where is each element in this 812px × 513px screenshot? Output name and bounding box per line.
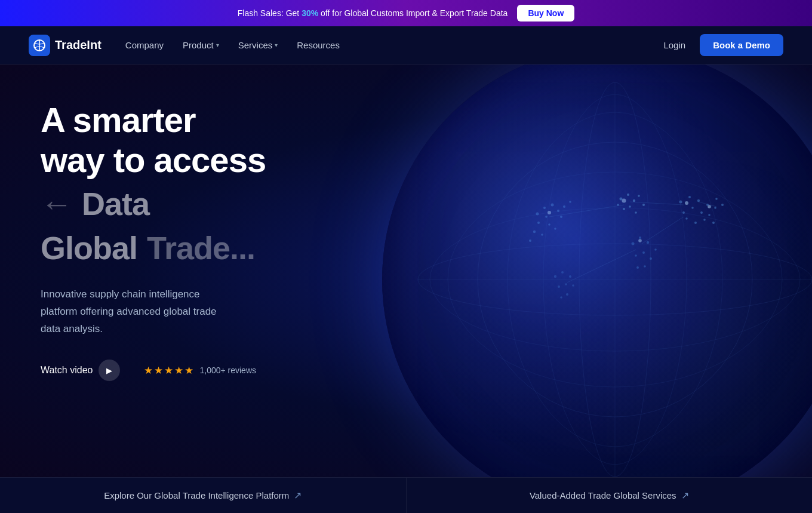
flash-text: Flash Sales: Get 30% off for Global Cust… [238,8,508,18]
star-2: ★ [154,364,163,377]
logo-icon [29,35,50,56]
globe [382,64,812,477]
animated-word-global: Global [41,229,137,266]
arrow-icon-1: ↗ [294,490,302,501]
hero-actions: Watch video ▶ ★ ★ ★ ★ ★ 1,000+ reviews [41,360,266,381]
nav-item-resources[interactable]: Resources [297,40,340,50]
bottom-item-explore[interactable]: Explore Our Global Trade Intelligence Pl… [0,478,407,513]
login-button[interactable]: Login [663,40,685,50]
arrow-icon-2: ↗ [681,490,689,501]
nav-item-company[interactable]: Company [125,40,164,50]
animated-word-trade: Trade... [147,229,255,266]
hero-content: A smarter way to access ← Data Global Tr… [41,100,266,381]
star-1: ★ [144,364,153,377]
logo[interactable]: TradeInt [29,35,102,56]
chevron-down-icon: ▾ [216,42,219,48]
book-demo-button[interactable]: Book a Demo [700,34,783,56]
hero-section: A smarter way to access ← Data Global Tr… [0,64,812,477]
flash-banner: Flash Sales: Get 30% off for Global Cust… [0,0,812,26]
hero-subtitle: Innovative supply chain intelligence pla… [41,286,266,338]
hero-title: A smarter way to access ← Data Global Tr… [41,100,266,269]
buy-now-button[interactable]: Buy Now [517,5,574,21]
navbar-right: Login Book a Demo [663,34,783,56]
nav-links: Company Product ▾ Services ▾ Resources [125,40,340,50]
nav-item-product[interactable]: Product ▾ [183,40,219,50]
watch-video-link[interactable]: Watch video ▶ [41,360,120,381]
review-count: 1,000+ reviews [199,365,256,375]
animated-word-arrow: ← [41,185,72,222]
chevron-down-icon: ▾ [275,42,278,48]
navbar-left: TradeInt Company Product ▾ Services ▾ Re… [29,35,340,56]
star-5: ★ [184,364,193,377]
reviews: ★ ★ ★ ★ ★ 1,000+ reviews [144,364,256,377]
bottom-bar: Explore Our Global Trade Intelligence Pl… [0,477,812,513]
star-3: ★ [164,364,173,377]
bottom-item-services[interactable]: Valued-Added Trade Global Services ↗ [407,478,813,513]
animated-word-data: Data [82,185,149,222]
globe-container [382,64,812,477]
nav-item-services[interactable]: Services ▾ [238,40,278,50]
svg-point-76 [418,82,812,477]
star-4: ★ [174,364,183,377]
star-rating: ★ ★ ★ ★ ★ [144,364,193,377]
play-icon: ▶ [99,360,120,381]
navbar: TradeInt Company Product ▾ Services ▾ Re… [0,26,812,64]
logo-text: TradeInt [55,38,102,52]
